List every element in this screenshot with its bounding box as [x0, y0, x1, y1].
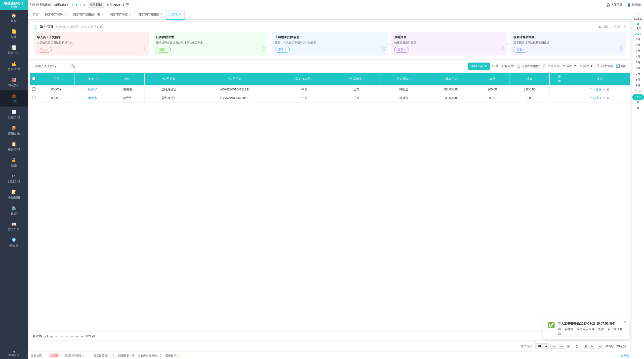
operate-btn[interactable]: ⚙ 操作 ▼	[579, 64, 593, 68]
month-8[interactable]: 8月	[632, 77, 644, 83]
step1-btn[interactable]: 导入＞	[37, 47, 52, 53]
search-icon[interactable]: 🔍	[71, 64, 75, 68]
row2-checkbox[interactable]	[32, 96, 35, 99]
panel-settings-icon[interactable]: ⚙	[637, 107, 639, 110]
personal-tax-btn[interactable]: 📄 个税申报	[543, 64, 560, 68]
sidebar-item-guide[interactable]: 📖 新手引导	[0, 219, 28, 235]
step5-desc: 查看税款计算过程及明细数据	[513, 40, 623, 45]
month-7[interactable]: 7月	[632, 71, 644, 77]
tab-depreciation-close[interactable]: ✕	[102, 13, 104, 16]
row1-delete-icon[interactable]: 🗑	[607, 88, 610, 91]
old-version-button[interactable]: 切到旧版	[88, 2, 104, 8]
guide-help-link[interactable]: ? 帮助	[612, 25, 620, 29]
sidebar-item-ledger[interactable]: 📒 总账	[0, 26, 28, 42]
tax-report-icon: 📄	[543, 64, 547, 68]
account-dropdown[interactable]: ▼	[75, 3, 78, 7]
tab-home[interactable]: 首页	[30, 10, 42, 20]
page-first-btn[interactable]: |◀	[550, 344, 557, 349]
tab-asset-category-close[interactable]: ✕	[130, 13, 132, 16]
month-4[interactable]: 4月	[632, 54, 644, 60]
sidebar-item-close[interactable]: 🔒 结账	[0, 155, 28, 171]
sidebar-item-report[interactable]: 📊 报表中心	[0, 42, 28, 58]
special-deduction-btn[interactable]: 📋 专项附加扣除	[517, 64, 540, 68]
sidebar-item-expense[interactable]: 📝 小畅报销	[0, 187, 28, 203]
row2-operation[interactable]: 个人社保 ✏ 🗑	[569, 94, 630, 102]
page-last-btn[interactable]: ▶|	[597, 344, 603, 349]
search-input[interactable]	[35, 64, 70, 68]
sidebar-item-fixed[interactable]: 🏭 固定资产	[0, 74, 28, 90]
tab-fixed-assets[interactable]: 固定资产管理 ✕	[42, 10, 70, 20]
year-2023[interactable]: 2023	[632, 31, 644, 36]
add-account-btn[interactable]: +	[80, 3, 82, 7]
row2-edit-icon[interactable]: ✏	[603, 96, 606, 100]
user-info-btn[interactable]: 👤 徐泽华	[627, 3, 641, 7]
month-2[interactable]: 2月	[632, 42, 644, 48]
col-name[interactable]: *姓名 ⇅	[74, 73, 111, 85]
month-12[interactable]: 12月	[632, 26, 644, 31]
page-prev-btn[interactable]: ◀	[559, 344, 565, 349]
row2-delete-icon[interactable]: 🗑	[607, 96, 610, 100]
tab-asset-category[interactable]: 固定资产类别 ✕	[107, 10, 135, 20]
sidebar-item-invoice[interactable]: 🧾 发票管理	[0, 107, 28, 123]
sidebar-item-payroll[interactable]: 💼 工资	[0, 90, 28, 107]
new-guide-btn[interactable]: ❓ 新手引导	[596, 64, 613, 68]
sidebar-item-inventory[interactable]: 📦 进销台账	[0, 123, 28, 139]
sort-name-icon[interactable]: ⇅	[96, 78, 98, 80]
add-people-button[interactable]: 添加人员 ▼	[468, 63, 490, 70]
col-report-status[interactable]: 报送状态 ▾	[381, 73, 427, 85]
charge-link[interactable]: 去充值	[621, 354, 629, 357]
tab-payroll-close[interactable]: ✕	[179, 13, 181, 16]
page-next-btn[interactable]: ▶	[589, 344, 595, 349]
filter-report-icon[interactable]: ▾	[410, 78, 411, 80]
row2-name[interactable]: 李俊杰	[74, 94, 111, 102]
tab-asset-detail[interactable]: 固定资产明细账 ✕	[135, 10, 166, 20]
month-11[interactable]: 11月	[632, 94, 644, 100]
select-all-header[interactable]	[30, 73, 38, 85]
row1-operation[interactable]: 个人社保 ✏ 🗑	[569, 85, 630, 94]
tab-depreciation[interactable]: 固定资产折旧统计表 ✕	[70, 10, 107, 20]
social-insurance-btn[interactable]: ⚙ 统一社保设置	[492, 64, 514, 68]
step5-btn[interactable]: 查看＞	[513, 47, 528, 53]
month-3[interactable]: 3月	[632, 48, 644, 54]
guide-video-link[interactable]: ▶ 视频	[599, 25, 609, 29]
month-10[interactable]: 10月	[632, 88, 644, 94]
export-btn[interactable]: ⬆ 导出 ▼	[563, 64, 576, 68]
month-6[interactable]: 6月	[632, 65, 644, 71]
col-status[interactable]: *人员状态 ▾	[332, 73, 381, 85]
guide-close-btn[interactable]: ✕	[623, 25, 626, 29]
footer-dash-4: --	[71, 335, 73, 338]
year-up-arrow[interactable]: ▲	[636, 21, 640, 26]
step3-btn[interactable]: 查看＞	[275, 47, 290, 53]
select-all-checkbox[interactable]	[32, 77, 35, 80]
tab-payroll[interactable]: 工资表 ✕	[166, 10, 185, 20]
tab-asset-detail-close[interactable]: ✕	[160, 13, 163, 16]
calendar-icon[interactable]: 📅	[126, 3, 129, 7]
page-input[interactable]	[572, 344, 582, 349]
row2-checkbox-cell[interactable]	[30, 94, 38, 102]
month-9[interactable]: 9月	[632, 83, 644, 88]
month-5[interactable]: 5月	[632, 60, 644, 65]
filter-status-icon[interactable]: ▾	[363, 78, 364, 80]
tab-fixed-assets-close[interactable]: ✕	[65, 13, 67, 16]
row1-checkbox-cell[interactable]	[30, 85, 38, 94]
row1-name[interactable]: 徐泽华	[74, 85, 111, 94]
sidebar-item-settings[interactable]: ⚙️ 设置	[0, 203, 28, 219]
sidebar-item-home[interactable]: 🏠 首页	[0, 10, 28, 26]
sidebar-item-vip[interactable]: 💎 畅会员	[0, 235, 28, 251]
settings-icon[interactable]: ⚙	[83, 3, 86, 7]
panel-expand-btn[interactable]: ≫	[636, 11, 641, 16]
sidebar-item-archive[interactable]: 🗂 归档管理	[0, 171, 28, 187]
step4-btn[interactable]: 查看＞	[394, 47, 409, 53]
refresh-btn[interactable]: 🔄 刷新	[616, 64, 627, 68]
ai-consult-btn[interactable]: 🎧 人工咨询	[606, 3, 623, 7]
step2-btn[interactable]: 设置＞	[156, 47, 171, 53]
toast-close-btn[interactable]: ✕	[624, 321, 626, 324]
row1-checkbox[interactable]	[32, 87, 35, 91]
year-down-arrow[interactable]: ▼	[636, 100, 640, 105]
pin-sidebar-btn[interactable]: ◀取消固定	[0, 348, 28, 359]
sidebar-item-fund[interactable]: 💰 资金管理	[0, 58, 28, 74]
row1-edit-icon[interactable]: ✏	[603, 88, 606, 91]
month-1[interactable]: 1月	[632, 36, 644, 42]
sidebar-item-tax[interactable]: 📋 税务管理	[0, 139, 28, 155]
page-size-select[interactable]: 10 20 50 100	[535, 343, 548, 349]
